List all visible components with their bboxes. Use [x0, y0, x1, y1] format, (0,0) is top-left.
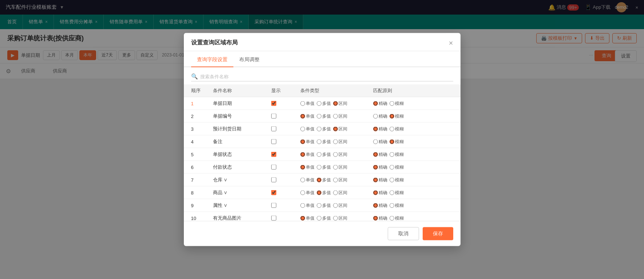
type-radio-multi[interactable]: 多值 [317, 100, 331, 106]
type-radio-range[interactable]: 区间 [333, 100, 347, 106]
col-type: 条件类型 [300, 87, 373, 94]
type-radio-group: 单值多值区间 [300, 151, 373, 157]
row-index: 4 [191, 139, 213, 144]
type-radio-multi[interactable]: 多值 [317, 189, 331, 196]
type-radio-single[interactable]: 单值 [300, 164, 315, 170]
row-index: 2 [191, 113, 213, 119]
row-name: 备注 [213, 138, 271, 145]
type-radio-range[interactable]: 区间 [333, 151, 347, 157]
type-radio-single[interactable]: 单值 [300, 113, 315, 119]
type-radio-range[interactable]: 区间 [333, 202, 347, 208]
row-name: 属性 ∨ [213, 202, 271, 209]
match-radio-exact[interactable]: 精确 [373, 215, 387, 221]
table-row: 9属性 ∨单值多值区间精确模糊 [184, 199, 461, 212]
match-radio-group: 精确模糊 [373, 177, 439, 183]
modal-footer: 取消 保存 [184, 221, 461, 246]
type-radio-single[interactable]: 单值 [300, 189, 315, 196]
type-radio-group: 单值多值区间 [300, 100, 373, 106]
row-index: 6 [191, 164, 213, 170]
type-radio-multi[interactable]: 多值 [317, 126, 331, 132]
display-checkbox[interactable] [271, 165, 300, 170]
match-radio-exact[interactable]: 精确 [373, 177, 387, 183]
match-radio-group: 精确模糊 [373, 100, 439, 106]
match-radio-group: 精确模糊 [373, 189, 439, 196]
row-index: 10 [191, 215, 213, 221]
match-radio-exact[interactable]: 精确 [373, 138, 387, 145]
match-radio-fuzzy[interactable]: 模糊 [390, 202, 404, 208]
type-radio-multi[interactable]: 多值 [317, 202, 331, 208]
display-checkbox[interactable] [271, 203, 300, 208]
type-radio-single[interactable]: 单值 [300, 177, 315, 183]
display-checkbox[interactable] [271, 114, 300, 119]
type-radio-single[interactable]: 单值 [300, 138, 315, 145]
match-radio-group: 精确模糊 [373, 126, 439, 132]
type-radio-range[interactable]: 区间 [333, 215, 347, 221]
type-radio-range[interactable]: 区间 [333, 126, 347, 132]
save-button[interactable]: 保存 [423, 227, 453, 240]
type-radio-range[interactable]: 区间 [333, 113, 347, 119]
modal-table: 顺序 条件名称 显示 条件类型 匹配原则 1单据日期单值多值区间精确模糊2单据编… [184, 85, 461, 221]
type-radio-range[interactable]: 区间 [333, 189, 347, 196]
type-radio-single[interactable]: 单值 [300, 126, 315, 132]
display-checkbox[interactable] [271, 126, 300, 131]
match-radio-exact[interactable]: 精确 [373, 113, 387, 119]
display-checkbox[interactable] [271, 152, 300, 157]
type-radio-single[interactable]: 单值 [300, 215, 315, 221]
tab-layout[interactable]: 布局调整 [233, 53, 265, 67]
match-radio-fuzzy[interactable]: 模糊 [390, 151, 404, 157]
type-radio-multi[interactable]: 多值 [317, 151, 331, 157]
type-radio-group: 单值多值区间 [300, 164, 373, 170]
row-index: 8 [191, 190, 213, 195]
display-checkbox[interactable] [271, 177, 300, 182]
type-radio-multi[interactable]: 多值 [317, 113, 331, 119]
modal-close-button[interactable]: × [449, 39, 453, 46]
display-checkbox[interactable] [271, 190, 300, 195]
tab-query-fields[interactable]: 查询字段设置 [191, 53, 233, 67]
match-radio-fuzzy[interactable]: 模糊 [390, 189, 404, 196]
display-checkbox[interactable] [271, 139, 300, 144]
type-radio-multi[interactable]: 多值 [317, 138, 331, 145]
type-radio-single[interactable]: 单值 [300, 202, 315, 208]
type-radio-range[interactable]: 区间 [333, 177, 347, 183]
match-radio-exact[interactable]: 精确 [373, 151, 387, 157]
row-name: 单据状态 [213, 151, 271, 158]
search-input[interactable] [200, 74, 273, 79]
row-index: 7 [191, 177, 213, 182]
match-radio-exact[interactable]: 精确 [373, 164, 387, 170]
type-radio-range[interactable]: 区间 [333, 138, 347, 145]
type-radio-single[interactable]: 单值 [300, 151, 315, 157]
match-radio-group: 精确模糊 [373, 202, 439, 208]
match-radio-fuzzy[interactable]: 模糊 [390, 126, 404, 132]
type-radio-multi[interactable]: 多值 [317, 177, 331, 183]
match-radio-exact[interactable]: 精确 [373, 189, 387, 196]
match-radio-exact[interactable]: 精确 [373, 126, 387, 132]
match-radio-fuzzy[interactable]: 模糊 [390, 100, 404, 106]
table-row: 6付款状态单值多值区间精确模糊 [184, 161, 461, 174]
cancel-button[interactable]: 取消 [388, 227, 419, 240]
type-radio-group: 单值多值区间 [300, 113, 373, 119]
type-radio-multi[interactable]: 多值 [317, 164, 331, 170]
type-radio-multi[interactable]: 多值 [317, 215, 331, 221]
match-radio-fuzzy[interactable]: 模糊 [390, 215, 404, 221]
type-radio-group: 单值多值区间 [300, 138, 373, 145]
search-icon: 🔍 [191, 73, 198, 80]
match-radio-fuzzy[interactable]: 模糊 [390, 177, 404, 183]
row-name: 预计到货日期 [213, 126, 271, 132]
display-checkbox[interactable] [271, 216, 300, 221]
type-radio-range[interactable]: 区间 [333, 164, 347, 170]
match-radio-fuzzy[interactable]: 模糊 [390, 113, 404, 119]
match-radio-exact[interactable]: 精确 [373, 100, 387, 106]
match-radio-fuzzy[interactable]: 模糊 [390, 164, 404, 170]
type-radio-single[interactable]: 单值 [300, 100, 315, 106]
display-checkbox[interactable] [271, 101, 300, 106]
row-name: 有无商品图片 [213, 215, 271, 221]
type-radio-group: 单值多值区间 [300, 189, 373, 196]
match-radio-fuzzy[interactable]: 模糊 [390, 138, 404, 145]
type-radio-group: 单值多值区间 [300, 202, 373, 208]
col-name: 条件名称 [213, 87, 271, 94]
modal-tabs: 查询字段设置 布局调整 [184, 53, 461, 67]
row-name: 单据日期 [213, 100, 271, 107]
table-row: 5单据状态单值多值区间精确模糊 [184, 148, 461, 161]
modal-dialog: 设置查询区域布局 × 查询字段设置 布局调整 🔍 顺序 条件名称 显示 条件类型… [184, 33, 461, 246]
match-radio-exact[interactable]: 精确 [373, 202, 387, 208]
